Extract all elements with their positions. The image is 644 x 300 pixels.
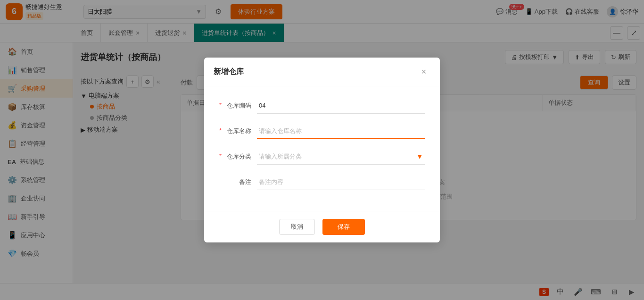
modal-body: 仓库编码 仓库名称 仓库分类 请输入所属分类 ▼ 备注 <box>204 86 440 211</box>
form-row-name: 仓库名称 <box>219 123 425 139</box>
category-select[interactable]: 请输入所属分类 ▼ <box>257 149 425 165</box>
remark-input[interactable] <box>257 174 425 190</box>
modal-title: 新增仓库 <box>214 67 244 77</box>
category-label: 仓库分类 <box>219 152 257 161</box>
category-dropdown-icon: ▼ <box>416 153 423 160</box>
modal-overlay[interactable]: 新增仓库 × 仓库编码 仓库名称 仓库分类 请输入所属分类 ▼ <box>0 0 644 300</box>
form-row-category: 仓库分类 请输入所属分类 ▼ <box>219 149 425 165</box>
cancel-button[interactable]: 取消 <box>279 219 315 235</box>
form-row-remark: 备注 <box>219 174 425 190</box>
remark-label: 备注 <box>219 178 257 186</box>
name-input[interactable] <box>257 123 425 139</box>
modal-close-button[interactable]: × <box>417 65 430 78</box>
save-button[interactable]: 保存 <box>322 219 365 235</box>
code-input[interactable] <box>257 98 425 114</box>
code-label: 仓库编码 <box>219 101 257 110</box>
category-placeholder: 请输入所属分类 <box>259 152 302 161</box>
new-warehouse-modal: 新增仓库 × 仓库编码 仓库名称 仓库分类 请输入所属分类 ▼ <box>204 58 440 242</box>
name-label: 仓库名称 <box>219 127 257 135</box>
modal-header: 新增仓库 × <box>204 58 440 86</box>
modal-footer: 取消 保存 <box>204 211 440 242</box>
form-row-code: 仓库编码 <box>219 98 425 114</box>
